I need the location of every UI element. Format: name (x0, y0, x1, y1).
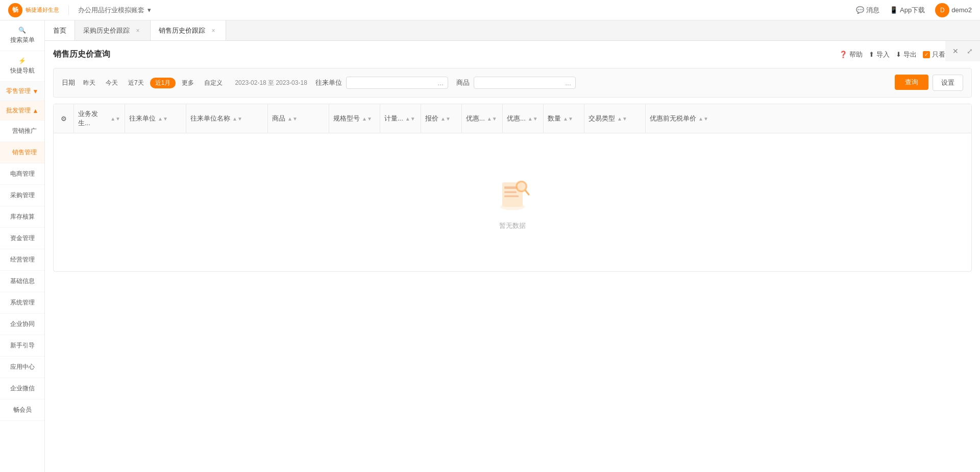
date-btn-1month[interactable]: 近1月 (150, 78, 176, 88)
avatar-initials: D (940, 7, 945, 14)
th-spec-label: 规格型号 (333, 114, 360, 123)
filter-buttons: 查询 设置 (895, 75, 963, 91)
th-price[interactable]: 报价 ▲▼ (421, 104, 462, 133)
sidebar-item-retail[interactable]: 零售管理 ▼ (0, 82, 44, 101)
sidebar-item-new-user[interactable]: 新手引导 (0, 335, 44, 357)
sidebar-item-label: 库存核算 (10, 213, 35, 221)
query-button[interactable]: 查询 (895, 75, 928, 90)
date-btn-yesterday[interactable]: 昨天 (79, 78, 100, 88)
sort-icon: ▲▼ (110, 116, 120, 122)
sidebar-item-operation[interactable]: 经营管理 (0, 249, 44, 271)
product-input-dots: ... (565, 79, 571, 87)
th-partner-name[interactable]: 往来单位名称 ▲▼ (186, 104, 268, 133)
sidebar-item-label: 电商管理 (10, 170, 35, 178)
export-button[interactable]: ⬇ 导出 (896, 50, 917, 59)
tab-purchase-history[interactable]: 采购历史价跟踪 × (75, 20, 151, 40)
tab-sales-history[interactable]: 销售历史价跟踪 × (151, 20, 226, 40)
sidebar-item-member[interactable]: 畅会员 (0, 399, 44, 421)
sidebar-item-wholesale[interactable]: 批发管理 ▲ (0, 101, 44, 121)
sort-icon: ▲▼ (617, 116, 627, 122)
chevron-up-icon: ▲ (33, 107, 39, 114)
help-icon: ❓ (839, 51, 847, 58)
th-biz-date[interactable]: 业务发生... ▲▼ (74, 104, 125, 133)
th-trade-type[interactable]: 交易类型 ▲▼ (584, 104, 646, 133)
import-button[interactable]: ⬆ 导入 (869, 50, 890, 59)
tab-sales-close[interactable]: × (209, 27, 217, 35)
sidebar-item-label: 批发管理 (6, 106, 31, 115)
tab-home-label: 首页 (53, 26, 66, 35)
sidebar-item-label: 营销推广 (12, 127, 37, 135)
sidebar-item-finance[interactable]: 资金管理 (0, 228, 44, 249)
th-product[interactable]: 商品 ▲▼ (268, 104, 329, 133)
sidebar-item-label: 销售管理 (12, 148, 37, 157)
sidebar-item-ecommerce[interactable]: 电商管理 (0, 163, 44, 185)
sidebar-item-wechat[interactable]: 企业微信 (0, 378, 44, 399)
sidebar-item-label: 基础信息 (10, 277, 35, 286)
setting-button[interactable]: 设置 (933, 75, 963, 91)
sidebar-item-system[interactable]: 系统管理 (0, 292, 44, 314)
tab-home[interactable]: 首页 (45, 20, 75, 40)
sidebar-item-collab[interactable]: 企业协同 (0, 314, 44, 335)
sidebar-item-label: 经营管理 (10, 255, 35, 264)
sidebar-item-quick-nav[interactable]: ⚡ 快捷导航 (0, 51, 44, 82)
maximize-window-button[interactable]: ⤢ (964, 45, 976, 57)
th-unit[interactable]: 计量... ▲▼ (380, 104, 421, 133)
th-qty[interactable]: 数量 ▲▼ (544, 104, 584, 133)
th-discount2[interactable]: 优惠... ▲▼ (503, 104, 544, 133)
content-area: 首页 采购历史价跟踪 × 销售历史价跟踪 × ✕ ⤢ 销售历史价查询 (45, 20, 980, 472)
import-icon: ⬆ (869, 51, 874, 58)
product-input[interactable]: ... (474, 77, 576, 89)
partner-label: 往来单位 (315, 78, 342, 87)
th-qty-label: 数量 (548, 114, 561, 123)
user-action[interactable]: D demo2 (935, 3, 972, 17)
date-btn-7days[interactable]: 近7天 (124, 78, 148, 88)
download-label: App下载 (900, 6, 925, 15)
filter-area: 日期 昨天 今天 近7天 近1月 (53, 68, 972, 98)
sidebar-item-app-center[interactable]: 应用中心 (0, 357, 44, 378)
th-product-label: 商品 (272, 114, 285, 123)
date-btn-today[interactable]: 今天 (102, 78, 122, 88)
app-selector[interactable]: 办公用品行业模拟账套 ▾ (78, 6, 151, 15)
sort-icon: ▲▼ (287, 116, 298, 122)
sidebar-item-marketing[interactable]: 营销推广 (0, 121, 44, 142)
sidebar-item-label: 快捷导航 (10, 66, 35, 75)
sidebar-item-basic-info[interactable]: 基础信息 (0, 271, 44, 292)
logo-icon: 畅 (8, 3, 22, 17)
username-label: demo2 (951, 6, 972, 14)
date-btn-custom[interactable]: 自定义 (200, 78, 227, 88)
page-title-bar: 销售历史价查询 ❓ 帮助 ⬆ 导入 ⬇ 导出 ✓ (53, 49, 972, 60)
sidebar-item-sales-mgmt[interactable]: 销售管理 (0, 142, 44, 163)
download-action[interactable]: 📱 App下载 (890, 6, 925, 15)
date-filter-group: 日期 昨天 今天 近7天 近1月 (62, 78, 227, 88)
product-label: 商品 (456, 78, 470, 87)
th-settings[interactable]: ⚙ (54, 104, 74, 133)
sidebar-item-purchase[interactable]: 采购管理 (0, 185, 44, 206)
window-controls: ✕ ⤢ (945, 41, 980, 61)
th-discount1[interactable]: 优惠... ▲▼ (462, 104, 503, 133)
th-partner-id[interactable]: 往来单位 ▲▼ (125, 104, 186, 133)
message-icon: 💬 (856, 6, 864, 14)
help-button[interactable]: ❓ 帮助 (839, 50, 863, 59)
header-right: 💬 消息 📱 App下载 D demo2 (856, 3, 972, 17)
sort-icon: ▲▼ (158, 116, 168, 122)
message-action[interactable]: 💬 消息 (856, 6, 879, 15)
page-title: 销售历史价查询 (53, 49, 110, 60)
close-window-button[interactable]: ✕ (949, 45, 962, 57)
sidebar-item-label: 应用中心 (10, 363, 35, 371)
export-icon: ⬇ (896, 51, 901, 58)
th-spec[interactable]: 规格型号 ▲▼ (329, 104, 380, 133)
tab-purchase-close[interactable]: × (134, 27, 142, 35)
import-label: 导入 (876, 50, 890, 59)
message-label: 消息 (866, 6, 879, 15)
sidebar-item-label: 企业协同 (10, 320, 35, 328)
sort-icon: ▲▼ (232, 116, 242, 122)
th-tax-price[interactable]: 优惠前无税单价 ▲▼ (646, 104, 971, 133)
header-left: 畅 畅捷通好生意 办公用品行业模拟账套 ▾ (8, 3, 151, 17)
sidebar-item-inventory[interactable]: 库存核算 (0, 206, 44, 228)
help-label: 帮助 (849, 50, 863, 59)
partner-input[interactable]: ... (346, 77, 448, 89)
sidebar-item-search[interactable]: 🔍 搜索菜单 (0, 20, 44, 51)
date-btn-more[interactable]: 更多 (178, 78, 198, 88)
date-label: 日期 (62, 78, 75, 87)
app-selector-label: 办公用品行业模拟账套 (78, 6, 144, 15)
